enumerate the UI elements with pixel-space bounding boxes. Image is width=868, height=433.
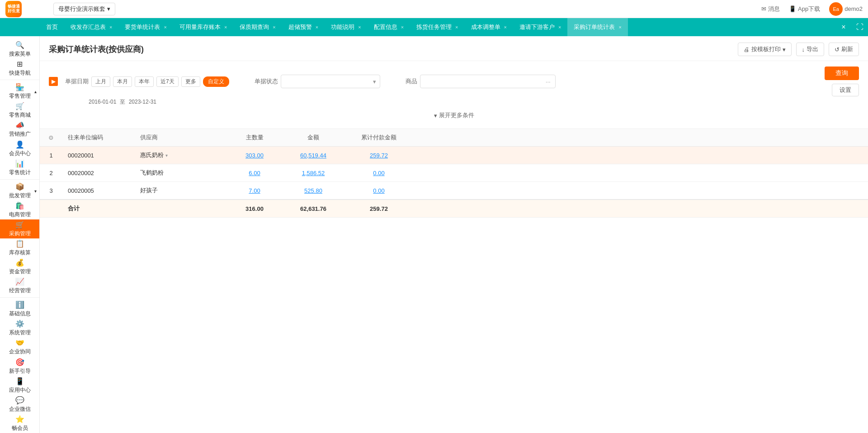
row-paid-link-3[interactable]: 0.00 [373, 187, 384, 194]
nav-overstock-warning[interactable]: 超储预警 × [282, 18, 325, 36]
nav-available-stock-label: 可用量库存账本 [179, 23, 221, 31]
user-profile[interactable]: Ea demo2 [829, 2, 863, 16]
app-download-btn[interactable]: 📱 App下载 [789, 5, 820, 13]
row-quantity-link-3[interactable]: 7.00 [249, 187, 260, 194]
sidebar-item-purchase[interactable]: 🛒 采购管理 [0, 219, 39, 238]
nav-overstock-warning-close[interactable]: × [316, 24, 318, 30]
row-quantity-link-1[interactable]: 303.00 [245, 152, 264, 159]
row-empty-3 [415, 182, 868, 200]
sidebar-item-sys-mgmt[interactable]: ⚙️ 系统管理 [0, 319, 39, 338]
row-amount-link-3[interactable]: 525.80 [304, 187, 322, 194]
nav-function-desc[interactable]: 功能说明 × [325, 18, 367, 36]
goods-search-input[interactable] [423, 78, 544, 85]
data-table: ⚙ 往来单位编码 供应商 主数量 金额 累计付款金额 [40, 129, 868, 218]
sidebar-item-ecommerce[interactable]: 🛍️ 电商管理 [0, 200, 39, 219]
nav-order-stat[interactable]: 要货单统计表 × [118, 18, 173, 36]
query-button[interactable]: 查询 [825, 67, 859, 80]
nav-expiry-query-close[interactable]: × [273, 24, 275, 30]
nav-available-stock[interactable]: 可用量库存账本 × [173, 18, 233, 36]
nav-home[interactable]: 首页 [40, 18, 64, 36]
sidebar-item-quick-nav[interactable]: ⊞ 快捷导航 [0, 59, 39, 78]
nav-config-info-close[interactable]: × [401, 24, 404, 30]
sidebar-enterprise-label: 企业协同 [9, 348, 31, 356]
date-btn-7days[interactable]: 近7天 [156, 76, 179, 87]
table-row[interactable]: 2 00020002 飞鹤奶粉 6.00 1,586.52 0.00 [40, 164, 868, 182]
expand-more-icon: ▾ [434, 112, 437, 119]
nav-config-info[interactable]: 配置信息 × [368, 18, 410, 36]
status-select-arrow: ▾ [373, 78, 376, 85]
nav-pick-task-close[interactable]: × [455, 24, 458, 30]
setting-button[interactable]: 设置 [832, 84, 859, 96]
workspace-selector[interactable]: 母婴行业演示账套 ▾ [53, 3, 115, 15]
sidebar-wholesale-label: 批发管理 [9, 192, 31, 200]
row-quantity-2: 6.00 [225, 164, 284, 182]
row-quantity-link-2[interactable]: 6.00 [249, 170, 260, 176]
page-title: 采购订单统计表(按供应商) [49, 44, 144, 55]
sidebar-item-vip[interactable]: ⭐ 畅会员 [0, 414, 39, 433]
nav-cost-adjust-close[interactable]: × [504, 24, 507, 30]
sidebar-item-retail-shop[interactable]: 🛒 零售商城 [0, 101, 39, 120]
col-quantity-header: 主数量 [225, 129, 284, 147]
message-label: 消息 [768, 5, 780, 13]
status-select[interactable]: ▾ [281, 75, 380, 88]
nav-receive-summary[interactable]: 收发存汇总表 × [64, 18, 118, 36]
sidebar-item-operation[interactable]: 📈 经营管理 [0, 276, 39, 295]
row-paid-link-1[interactable]: 259.72 [370, 152, 388, 159]
nav-receive-summary-close[interactable]: × [109, 24, 112, 30]
sidebar-item-new-guide[interactable]: 🎯 新手引导 [0, 357, 39, 376]
sidebar-item-finance[interactable]: 💰 资金管理 [0, 257, 39, 276]
sidebar-item-retail-stat[interactable]: 📊 零售统计 [0, 158, 39, 177]
nav-maximize-btn[interactable]: ⛶ [852, 18, 868, 36]
summary-quantity: 316.00 [225, 200, 284, 218]
date-btn-this-year[interactable]: 本年 [135, 76, 154, 87]
sidebar-item-inventory[interactable]: 📋 库存核算 [0, 238, 39, 257]
summary-empty-1 [40, 200, 62, 218]
date-btn-last-month[interactable]: 上月 [91, 76, 110, 87]
logo-area: 畅捷通好生意 [5, 1, 45, 17]
date-btn-this-month[interactable]: 本月 [113, 76, 132, 87]
nav-overstock-warning-label: 超储预警 [288, 23, 312, 31]
nav-cost-adjust[interactable]: 成本调整单 × [465, 18, 513, 36]
table-row[interactable]: 3 00020005 好孩子 7.00 525.80 0.00 [40, 182, 868, 200]
row-expand-1[interactable]: ▾ [165, 153, 168, 158]
sidebar-item-basic-info[interactable]: ℹ️ 基础信息 [0, 300, 39, 319]
sidebar-item-wechat[interactable]: 💬 企业微信 [0, 395, 39, 414]
message-btn[interactable]: ✉ 消息 [761, 5, 780, 13]
nav-invite-downstream-label: 邀请下游客户 [519, 23, 555, 31]
sidebar-item-retail-mgmt[interactable]: 🏪 零售管理 ▴ [0, 82, 39, 101]
sidebar-item-wholesale[interactable]: 📦 批发管理 ▾ [0, 181, 39, 200]
print-button[interactable]: 🖨 按模板打印 ▾ [738, 43, 792, 56]
nav-function-desc-close[interactable]: × [358, 24, 361, 30]
sidebar-item-enterprise[interactable]: 🤝 企业协同 [0, 338, 39, 357]
nav-invite-downstream[interactable]: 邀请下游客户 × [513, 18, 567, 36]
row-amount-link-2[interactable]: 1,586.52 [302, 170, 325, 176]
row-num-1: 1 [40, 147, 62, 164]
table-row[interactable]: 1 00020001 惠氏奶粉 ▾ 303.00 60,519.44 259.7… [40, 147, 868, 164]
expand-more-btn[interactable]: ▾ 展开更多条件 [429, 109, 479, 121]
filter-toggle-arrow[interactable]: ▶ [49, 77, 58, 86]
nav-purchase-order-stat-close[interactable]: × [618, 24, 621, 30]
nav-available-stock-close[interactable]: × [224, 24, 227, 30]
app-download-label: App下载 [798, 5, 820, 13]
nav-close-btn[interactable]: × [835, 18, 852, 36]
row-amount-link-1[interactable]: 60,519.44 [300, 152, 326, 159]
nav-purchase-order-stat[interactable]: 采购订单统计表 × [567, 18, 627, 36]
goods-more-btn[interactable]: ··· [544, 78, 552, 85]
sidebar-item-marketing[interactable]: 📣 营销推广 [0, 120, 39, 139]
nav-expiry-query[interactable]: 保质期查询 × [233, 18, 282, 36]
date-btn-more[interactable]: 更多 [181, 76, 200, 87]
sidebar-item-app-center[interactable]: 📱 应用中心 [0, 376, 39, 395]
wechat-icon: 💬 [15, 396, 24, 404]
date-btn-custom[interactable]: 自定义 [203, 76, 229, 87]
nav-invite-downstream-close[interactable]: × [558, 24, 561, 30]
nav-config-info-label: 配置信息 [374, 23, 397, 31]
nav-pick-task[interactable]: 拣货任务管理 × [410, 18, 464, 36]
settings-icon[interactable]: ⚙ [48, 134, 54, 141]
refresh-button[interactable]: ↺ 刷新 [829, 43, 859, 56]
row-paid-link-2[interactable]: 0.00 [373, 170, 384, 176]
export-button[interactable]: ↓ 导出 [796, 43, 825, 56]
sidebar-item-search[interactable]: 🔍 搜索英单 [0, 40, 39, 59]
sidebar-item-member[interactable]: 👤 会员中心 [0, 139, 39, 158]
nav-order-stat-close[interactable]: × [164, 24, 166, 30]
table-footer: 合计 316.00 62,631.76 259.72 [40, 200, 868, 218]
